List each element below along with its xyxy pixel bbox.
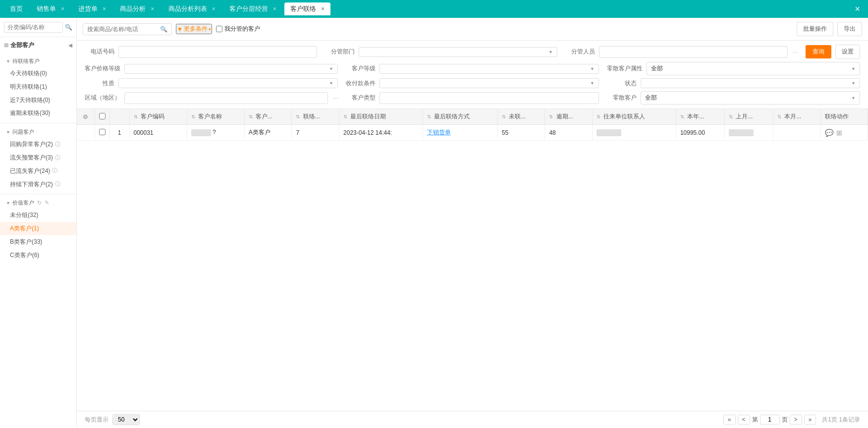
batch-op-button[interactable]: 批量操作 — [797, 22, 833, 36]
sidebar-item-churned[interactable]: 已流失客户(24) ⓘ — [0, 164, 76, 178]
th-this-year-sort-icon[interactable]: ⇅ — [680, 114, 684, 119]
setting-button[interactable]: 设置 — [835, 45, 860, 59]
th-this-month-sort-icon[interactable]: ⇅ — [777, 114, 781, 119]
refresh-icon[interactable]: ↻ — [37, 200, 42, 206]
row-action-cell: 💬 ⊞ — [820, 125, 868, 141]
sidebar-item-churn-warning[interactable]: 流失预警客户(3) ⓘ — [0, 151, 76, 164]
sidebar-search-icon[interactable]: 🔍 — [65, 24, 72, 31]
sidebar-item-7days[interactable]: 近7天待联络(0) — [0, 94, 76, 107]
region-dots-icon[interactable]: ··· — [333, 95, 338, 102]
last-page-button[interactable]: » — [804, 415, 816, 425]
row-message-icon[interactable]: 💬 — [825, 129, 833, 137]
nav-tab-sales-close[interactable]: × — [61, 5, 65, 12]
filter-region-input[interactable] — [124, 92, 328, 104]
my-customers-checkbox[interactable] — [216, 26, 222, 32]
sidebar-item-b-class[interactable]: B类客户(33) — [0, 235, 76, 249]
th-contact-sort-icon[interactable]: ⇅ — [296, 114, 300, 119]
th-overdue-sort-icon[interactable]: ⇅ — [549, 114, 553, 119]
th-action: 联络动作 — [820, 109, 868, 125]
row-code-cell: 000031 — [129, 125, 187, 141]
search-input[interactable] — [87, 26, 158, 33]
filter-retail-attr-select[interactable]: 全部 ▼ — [647, 62, 860, 75]
filter-customer-level-select[interactable]: ▼ — [380, 64, 599, 74]
filter-icon: ▼ — [177, 26, 183, 33]
more-filter-button[interactable]: ▼ 更多条件 ▾ — [176, 24, 212, 34]
nav-tab-analysis-close[interactable]: × — [151, 5, 155, 12]
prev-page-button[interactable]: < — [738, 415, 750, 425]
row-unit-contact-blur — [597, 129, 621, 136]
th-code: ⇅ 客户编码 — [129, 109, 187, 125]
nav-tab-customer-contact-close[interactable]: × — [321, 5, 325, 12]
row-qr-icon[interactable]: ⊞ — [836, 129, 842, 137]
sidebar-item-declining[interactable]: 持续下滑客户(2) ⓘ — [0, 178, 76, 191]
table-select-all-checkbox[interactable] — [99, 113, 106, 119]
sidebar-item-tomorrow[interactable]: 明天待联络(1) — [0, 80, 76, 94]
sidebar-divider-1 — [0, 123, 76, 123]
nav-tab-purchase-close[interactable]: × — [103, 5, 107, 12]
sidebar-item-c-class[interactable]: C类客户(6) — [0, 249, 76, 262]
main-layout: 🔍 ⊞ 全部客户 ◀ ▼ 待联络客户 今天待联络(0) 明天待联络(1) 近7天… — [0, 18, 868, 428]
filter-person-input[interactable] — [599, 46, 788, 58]
nav-tab-customer-contact[interactable]: 客户联络 × — [284, 2, 330, 15]
sidebar-group-problem-title[interactable]: ▼ 问题客户 — [0, 126, 76, 138]
th-code-sort-icon[interactable]: ⇅ — [134, 114, 138, 119]
page-number-input[interactable] — [760, 415, 780, 425]
sidebar-item-today[interactable]: 今天待联络(0) — [0, 67, 76, 80]
page-size-select[interactable]: 50 100 200 — [112, 414, 140, 425]
filter-payment-select[interactable]: ▼ — [380, 78, 599, 88]
export-button[interactable]: 导出 — [837, 22, 862, 36]
filter-customer-level-field: 客户等级 ▼ — [346, 64, 599, 74]
settings-icon[interactable]: ⚙ — [83, 113, 88, 120]
nav-tab-sales[interactable]: 销售单 × — [31, 2, 70, 15]
filter-row-2: 客户价格等级 ▼ 客户等级 ▼ 零散客户属性 全部 — [85, 62, 860, 75]
search-icon[interactable]: 🔍 — [160, 26, 167, 33]
info-icon-2[interactable]: ⓘ — [52, 167, 57, 174]
sidebar-item-ungrouped[interactable]: 未分组(32) — [0, 209, 76, 222]
filter-person-field: 分管人员 ··· — [565, 46, 798, 58]
nav-home[interactable]: 首页 — [4, 2, 29, 15]
row-action-icons: 💬 ⊞ — [825, 129, 864, 137]
th-last-date-sort-icon[interactable]: ⇅ — [343, 114, 347, 119]
filter-retail-select[interactable]: 全部 ▼ — [641, 91, 860, 105]
nav-tab-analysis-list-close[interactable]: × — [212, 5, 216, 12]
info-icon-0[interactable]: ⓘ — [55, 141, 60, 148]
row-checkbox[interactable] — [99, 129, 106, 135]
filter-phone-input[interactable] — [118, 46, 317, 58]
th-name-sort-icon[interactable]: ⇅ — [191, 114, 195, 119]
sidebar-all-customers[interactable]: ⊞ 全部客户 ◀ — [0, 37, 76, 54]
person-dots-icon[interactable]: ··· — [793, 49, 798, 55]
window-close-button[interactable]: × — [851, 4, 864, 14]
query-button[interactable]: 查询 — [806, 45, 831, 58]
th-unit-contact-sort-icon[interactable]: ⇅ — [597, 114, 600, 119]
info-icon-1[interactable]: ⓘ — [55, 154, 60, 161]
edit-icon[interactable]: ✎ — [45, 200, 49, 206]
info-icon-3[interactable]: ⓘ — [55, 180, 60, 188]
sidebar-item-a-class[interactable]: A类客户(1) — [0, 222, 76, 235]
my-customers-checkbox-label[interactable]: 我分管的客户 — [216, 25, 260, 33]
value-arrow-icon: ▼ — [6, 201, 10, 206]
th-last-month-sort-icon[interactable]: ⇅ — [729, 114, 733, 119]
th-last-method-sort-icon[interactable]: ⇅ — [427, 114, 431, 119]
first-page-button[interactable]: « — [723, 415, 736, 425]
filter-dept-select[interactable]: ▼ — [359, 47, 557, 57]
th-no-contact-sort-icon[interactable]: ⇅ — [502, 114, 506, 119]
nav-tab-analysis-list[interactable]: 商品分析列表 × — [163, 2, 221, 15]
last-method-link[interactable]: 下销货单 — [427, 129, 451, 136]
filter-customer-type-input[interactable] — [380, 92, 599, 104]
sidebar-search-input[interactable] — [4, 22, 63, 33]
filter-retail-field: 零散客户 全部 ▼ — [607, 91, 860, 105]
nav-tab-purchase[interactable]: 进货单 × — [72, 2, 112, 15]
sidebar-group-value-title[interactable]: ▼ 价值客户 ↻ ✎ — [0, 197, 76, 209]
filter-nature-select[interactable]: ▼ — [118, 78, 338, 88]
sidebar-group-pending-title[interactable]: ▼ 待联络客户 — [0, 55, 76, 67]
filter-price-level-select[interactable]: ▼ — [124, 64, 338, 74]
nav-tab-analysis[interactable]: 商品分析 × — [114, 2, 160, 15]
filter-status-select[interactable]: ▼ — [641, 78, 860, 88]
nav-tab-customer-segment[interactable]: 客户分层经营 × — [223, 2, 282, 15]
sidebar-item-repurchase-abnormal[interactable]: 回购异常客户(2) ⓘ — [0, 138, 76, 151]
row-last-month-blur — [729, 129, 754, 136]
nav-tab-customer-segment-close[interactable]: × — [273, 5, 277, 12]
next-page-button[interactable]: > — [790, 415, 802, 425]
sidebar-item-overdue[interactable]: 逾期未联络(30) — [0, 107, 76, 120]
th-category-sort-icon[interactable]: ⇅ — [249, 114, 253, 119]
